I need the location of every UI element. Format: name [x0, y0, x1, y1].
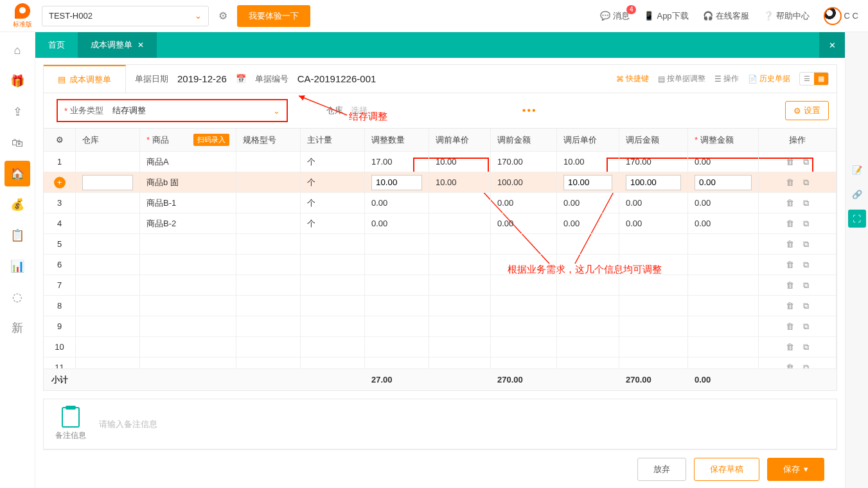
nav-warehouse-icon[interactable]: 🏠 — [4, 161, 30, 186]
table-row[interactable]: 4商品B-2个0.000.000.000.000.00🗑⧉ — [44, 213, 837, 234]
copy-icon[interactable]: ⧉ — [803, 280, 809, 291]
cell-spec[interactable] — [236, 193, 301, 213]
table-row[interactable]: 8🗑⧉ — [44, 296, 837, 316]
link-icon[interactable]: 🔗 — [848, 185, 866, 203]
cell-adj-amount[interactable]: 0.00 — [688, 193, 759, 213]
delete-icon[interactable]: 🗑 — [786, 363, 794, 368]
delete-icon[interactable]: 🗑 — [786, 219, 794, 228]
cell-qty[interactable] — [365, 275, 429, 295]
cell-product[interactable] — [140, 234, 236, 254]
cell-after-price[interactable] — [557, 234, 619, 254]
th-uom[interactable]: 主计量 — [301, 129, 365, 151]
delete-icon[interactable]: 🗑 — [786, 239, 794, 249]
cell-adj-amount[interactable]: 0.00 — [688, 152, 759, 172]
cell-after-amount[interactable]: 0.00 — [619, 213, 688, 233]
note-icon[interactable]: 📝 — [848, 161, 866, 179]
copy-icon[interactable]: ⧉ — [803, 301, 809, 311]
view-grid-icon[interactable]: ▦ — [814, 73, 828, 85]
scan-button[interactable]: 扫码录入 — [193, 134, 229, 146]
table-row[interactable]: 7🗑⧉ — [44, 275, 837, 296]
cell-qty[interactable] — [365, 234, 429, 254]
cell-spec[interactable] — [236, 255, 301, 275]
org-select[interactable]: TEST-H002 ⌄ — [42, 6, 209, 26]
by-doc-adjust-button[interactable]: ▤ 按单据调整 — [658, 73, 705, 84]
copy-icon[interactable]: ⧉ — [803, 260, 809, 270]
cell-after-amount[interactable] — [619, 234, 688, 254]
cell-adj-amount[interactable] — [688, 296, 759, 316]
cell-qty[interactable] — [365, 255, 429, 275]
cell-product[interactable] — [140, 296, 236, 316]
cell-warehouse[interactable] — [76, 255, 140, 275]
copy-icon[interactable]: ⧉ — [803, 342, 809, 352]
table-row[interactable]: 10🗑⧉ — [44, 337, 837, 357]
cell-after-amount[interactable] — [619, 357, 688, 368]
table-row[interactable]: 9🗑⧉ — [44, 316, 837, 337]
save-button[interactable]: 保存 ▾ — [767, 458, 824, 481]
cell-product[interactable] — [140, 316, 236, 336]
th-adj-amount[interactable]: *调整金额 — [688, 129, 759, 151]
copy-icon[interactable]: ⧉ — [803, 219, 809, 229]
cell-warehouse[interactable] — [76, 193, 140, 213]
online-service-button[interactable]: 🎧 在线客服 — [703, 10, 749, 22]
cell-qty[interactable]: 0.00 — [365, 213, 429, 233]
cell-adj-amount[interactable] — [688, 275, 759, 295]
cell-product[interactable] — [140, 275, 236, 295]
tab-cost-adjust[interactable]: 成本调整单 ✕ — [78, 32, 157, 58]
cell-after-price[interactable] — [557, 275, 619, 295]
date-value[interactable]: 2019-12-26 — [177, 73, 227, 84]
cell-warehouse[interactable] — [76, 316, 140, 336]
nav-sync-icon[interactable]: ◌ — [4, 284, 30, 310]
cell-product[interactable]: 商品B-1 — [140, 193, 236, 213]
trial-button[interactable]: 我要体验一下 — [237, 5, 310, 27]
cell-qty[interactable] — [365, 172, 429, 192]
cell-adj-amount[interactable] — [688, 234, 759, 254]
hotkey-button[interactable]: ⌘ 快捷键 — [616, 73, 649, 84]
add-row-icon[interactable]: + — [54, 177, 66, 188]
th-spec[interactable]: 规格型号 — [236, 129, 301, 151]
cell-after-price[interactable] — [557, 255, 619, 275]
cell-adj-amount[interactable] — [688, 316, 759, 336]
cell-product[interactable] — [140, 337, 236, 357]
calendar-icon[interactable]: 📅 — [236, 74, 246, 84]
save-draft-button[interactable]: 保存草稿 — [694, 458, 759, 481]
th-before-amount[interactable]: 调前金额 — [491, 129, 557, 151]
cell-spec[interactable] — [236, 337, 301, 357]
qty-input[interactable] — [371, 175, 422, 190]
cell-qty[interactable] — [365, 357, 429, 368]
cell-after-price[interactable] — [557, 316, 619, 336]
cell-warehouse[interactable] — [76, 172, 140, 192]
nav-clipboard-icon[interactable]: 📋 — [4, 222, 30, 248]
th-product[interactable]: *商品 扫码录入 — [140, 129, 236, 151]
cell-spec[interactable] — [236, 275, 301, 295]
more-icon[interactable]: ••• — [522, 105, 537, 116]
cell-adj-amount[interactable] — [688, 255, 759, 275]
nav-home-icon[interactable]: ⌂ — [4, 37, 30, 63]
cell-after-amount[interactable] — [619, 296, 688, 316]
cell-adj-amount[interactable] — [688, 357, 759, 368]
delete-icon[interactable]: 🗑 — [786, 260, 794, 269]
copy-icon[interactable]: ⧉ — [803, 239, 809, 249]
close-all-tabs[interactable]: ✕ — [819, 32, 845, 58]
cell-warehouse[interactable] — [76, 337, 140, 357]
copy-icon[interactable]: ⧉ — [803, 321, 809, 332]
document-tab[interactable]: ▤ 成本调整单 — [44, 65, 126, 93]
cell-spec[interactable] — [236, 357, 301, 368]
delete-icon[interactable]: 🗑 — [786, 301, 794, 311]
th-settings[interactable]: ⚙ — [44, 129, 76, 151]
cell-after-price[interactable] — [557, 296, 619, 316]
cell-adj-amount[interactable]: 0.00 — [688, 213, 759, 233]
cell-warehouse[interactable] — [76, 152, 140, 172]
view-toggle[interactable]: ☰ ▦ — [799, 72, 829, 86]
cell-after-price[interactable]: 10.00 — [557, 152, 619, 172]
cell-qty[interactable]: 0.00 — [365, 193, 429, 213]
th-warehouse[interactable]: 仓库 — [76, 129, 140, 151]
cell-after-amount[interactable] — [619, 255, 688, 275]
adj-amount-input[interactable] — [695, 175, 752, 190]
settings-button[interactable]: ⚙ 设置 — [785, 101, 829, 120]
nav-money-icon[interactable]: 💰 — [4, 192, 30, 217]
cell-after-price[interactable] — [557, 337, 619, 357]
cell-adj-amount[interactable] — [688, 172, 759, 192]
cell-product[interactable]: 商品B-2 — [140, 213, 236, 233]
delete-icon[interactable]: 🗑 — [786, 342, 794, 352]
cell-after-amount[interactable] — [619, 172, 688, 192]
